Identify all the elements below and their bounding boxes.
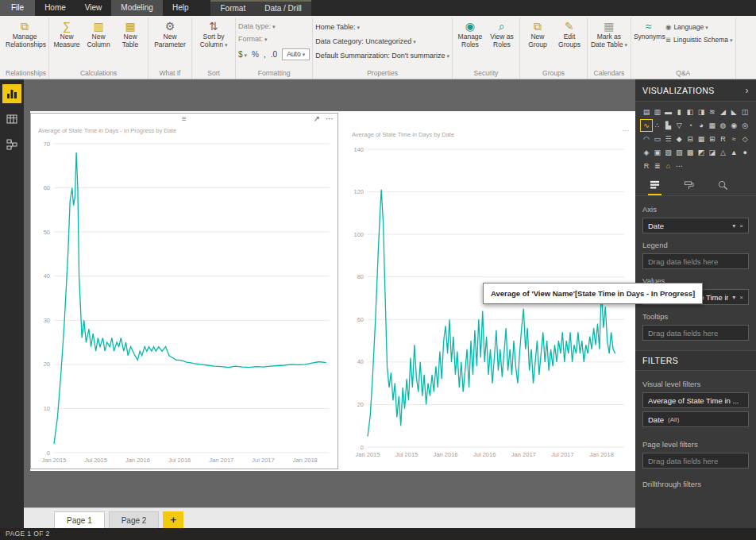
funnel-chart-icon[interactable]: ▽	[673, 120, 685, 131]
tab-analytics[interactable]	[716, 177, 730, 195]
key-influencers-icon[interactable]: ◇	[739, 133, 750, 145]
slicer-icon[interactable]: ⊟	[685, 133, 696, 145]
language-dropdown[interactable]: ◉Language▾	[665, 22, 733, 33]
custom-visual-1-icon[interactable]: ◈	[641, 147, 652, 158]
tab-file[interactable]: File	[0, 0, 35, 16]
model-view-button[interactable]	[2, 135, 21, 154]
sort-by-column-button[interactable]: ⇅ Sort by Column▾	[195, 17, 233, 49]
custom-visual-7-icon[interactable]: ◪	[707, 147, 718, 158]
clustered-column-chart-icon[interactable]: ▮	[673, 106, 685, 118]
tab-home[interactable]: Home	[35, 0, 75, 16]
line-chart-icon[interactable]: ∿	[641, 120, 652, 131]
edit-groups-button[interactable]: ✎ Edit Groups	[554, 17, 584, 49]
tooltips-drop-zone[interactable]: Drag data fields here	[642, 325, 749, 341]
ribbon-chart-icon[interactable]: ≋	[707, 106, 718, 118]
default-summarization-dropdown[interactable]: Default Summarization: Don't summarize▾	[315, 49, 449, 63]
remove-field-icon[interactable]: ×	[739, 222, 743, 230]
table-icon[interactable]: ▦	[696, 133, 707, 145]
stacked-bar-chart-icon[interactable]: ▤	[641, 106, 652, 118]
custom-visual-8-icon[interactable]: △	[718, 147, 729, 158]
tab-format[interactable]	[682, 177, 696, 195]
page-tab-1[interactable]: Page 1	[54, 511, 105, 528]
tab-fields[interactable]	[648, 176, 662, 195]
axis-field-date[interactable]: Date ▾ ×	[642, 218, 749, 233]
field-caret-icon[interactable]: ▾	[732, 222, 735, 230]
combo-chart-icon[interactable]: ◫	[739, 106, 750, 118]
manage-roles-button[interactable]: ◉ Manage Roles	[455, 17, 485, 49]
map-icon[interactable]: ◍	[718, 120, 729, 131]
tab-format[interactable]: Format	[210, 2, 255, 16]
donut-chart-icon[interactable]: ◕	[696, 120, 707, 131]
shape-map-icon[interactable]: ◎	[739, 120, 750, 131]
100-stacked-bar-chart-icon[interactable]: ◧	[685, 106, 696, 118]
custom-visual-5-icon[interactable]: ▩	[685, 147, 696, 158]
field-caret-icon[interactable]: ▾	[732, 294, 735, 301]
page-tab-2[interactable]: Page 2	[109, 511, 160, 528]
mark-as-date-table-button[interactable]: ▦ Mark as Date Table▾	[590, 17, 628, 49]
matrix-icon[interactable]: ⊞	[707, 133, 718, 145]
r-visual-icon[interactable]: R	[718, 133, 729, 145]
decimal-places-button[interactable]: .0	[271, 50, 277, 59]
focus-mode-icon[interactable]: ↗	[314, 114, 320, 123]
view-as-roles-button[interactable]: ⌕ View as Roles	[487, 17, 517, 49]
treemap-icon[interactable]: ▦	[707, 120, 718, 131]
new-column-button[interactable]: ▥ New Column	[83, 17, 114, 49]
visual-more-options-icon[interactable]: ⋯	[326, 114, 334, 123]
waterfall-chart-icon[interactable]: ▙	[663, 120, 674, 131]
new-parameter-button[interactable]: ⚙ New Parameter	[151, 17, 189, 49]
more-visuals-icon[interactable]: ⋯	[673, 160, 685, 172]
python-visual-icon[interactable]: ≈	[728, 133, 739, 145]
gauge-icon[interactable]: ◠	[641, 133, 652, 145]
new-table-button[interactable]: ▦ New Table	[115, 17, 145, 49]
thousands-separator-button[interactable]: ,	[264, 50, 266, 59]
custom-visual-4-icon[interactable]: ▨	[673, 147, 685, 158]
remove-field-icon[interactable]: ×	[739, 294, 743, 301]
python-script-icon[interactable]: ≣	[652, 160, 663, 172]
r-script-icon[interactable]: R	[641, 160, 652, 172]
tab-data-drill[interactable]: Data / Drill	[255, 2, 311, 16]
marketplace-icon[interactable]: ⌂	[663, 160, 674, 172]
custom-visual-3-icon[interactable]: ▧	[663, 147, 674, 158]
data-view-button[interactable]	[2, 110, 21, 129]
clustered-bar-chart-icon[interactable]: ▬	[663, 106, 674, 118]
new-measure-button[interactable]: ∑ New Measure	[52, 17, 82, 49]
stacked-column-chart-icon[interactable]: ▥	[652, 106, 663, 118]
filter-chip-state-time[interactable]: Average of State Time in ...	[642, 392, 749, 408]
manage-relationships-button[interactable]: ⧉ Manage Relationships	[6, 17, 44, 49]
kpi-icon[interactable]: ◆	[673, 133, 685, 145]
custom-visual-6-icon[interactable]: ◩	[696, 147, 707, 158]
100-stacked-column-chart-icon[interactable]: ◨	[696, 106, 707, 118]
tab-view[interactable]: View	[75, 0, 112, 16]
synonyms-button[interactable]: ≈ Synonyms	[634, 17, 664, 41]
format-dropdown[interactable]: Format:▾	[238, 33, 268, 45]
tab-help[interactable]: Help	[163, 0, 199, 16]
multi-row-card-icon[interactable]: ☰	[663, 133, 674, 145]
currency-format-button[interactable]: $▾	[238, 50, 247, 59]
page-filters-drop-zone[interactable]: Drag data fields here	[642, 453, 749, 469]
scatter-chart-icon[interactable]: ∴	[652, 120, 663, 131]
visual-drag-handle-icon[interactable]: ≡	[182, 114, 187, 123]
custom-visual-2-icon[interactable]: ▣	[652, 147, 663, 158]
data-type-dropdown[interactable]: Data type:▾	[238, 21, 276, 33]
custom-visual-9-icon[interactable]: ▲	[728, 147, 739, 158]
data-category-dropdown[interactable]: Data Category: Uncategorized▾	[315, 35, 416, 48]
stacked-area-chart-icon[interactable]: ◣	[728, 106, 739, 118]
filter-chip-date[interactable]: Date (All)	[642, 411, 749, 427]
custom-visual-10-icon[interactable]: ●	[739, 147, 750, 158]
pie-chart-icon[interactable]: ◔	[685, 120, 696, 131]
decimal-auto-dropdown[interactable]: Auto▾	[282, 48, 310, 60]
area-chart-icon[interactable]: ◢	[718, 106, 729, 118]
legend-drop-zone[interactable]: Drag data fields here	[642, 253, 749, 269]
new-group-button[interactable]: ⧉ New Group	[523, 17, 553, 49]
report-view-button[interactable]	[2, 84, 21, 103]
tab-modeling[interactable]: Modeling	[111, 0, 163, 16]
card-icon[interactable]: ▭	[652, 133, 663, 145]
visual-more-options-icon[interactable]: ⋯	[622, 126, 630, 135]
collapse-panel-icon[interactable]: ›	[746, 85, 749, 96]
line-chart-visual-in-progress[interactable]: ≡ ↗ ⋯ Average of State Time in Days - In…	[30, 113, 338, 469]
linguistic-schema-dropdown[interactable]: ≣Linguistic Schema▾	[665, 35, 733, 45]
home-table-dropdown[interactable]: Home Table:▾	[315, 21, 360, 34]
add-page-button[interactable]: +	[163, 511, 183, 528]
percent-format-button[interactable]: %	[252, 50, 259, 59]
filled-map-icon[interactable]: ◉	[728, 120, 739, 131]
